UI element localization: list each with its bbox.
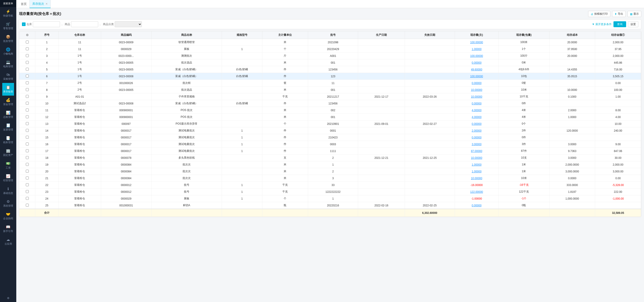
- row-checkbox[interactable]: [19, 73, 35, 80]
- sidebar-item-inventory[interactable]: 📋库存核查: [2, 83, 14, 96]
- row-checkbox[interactable]: [19, 155, 35, 161]
- row-checkbox[interactable]: [19, 182, 35, 189]
- display-button[interactable]: ▦ 显示: [628, 11, 641, 17]
- row-qty-main[interactable]: 4.00000: [455, 107, 498, 114]
- row-cost: 1.8197: [549, 189, 595, 195]
- checkbox-all[interactable]: ☉: [26, 34, 28, 37]
- row-unit: 米: [262, 39, 308, 46]
- row-checkbox[interactable]: [19, 175, 35, 182]
- row-checkbox[interactable]: [19, 87, 35, 93]
- sidebar-item-system[interactable]: ⚙系统管理: [2, 197, 14, 210]
- sidebar-item-purchase[interactable]: 🛍采购管理: [2, 70, 14, 83]
- row-qty-main[interactable]: 0.00000: [455, 80, 498, 87]
- filter-collapse-btn[interactable]: ›: [22, 23, 26, 26]
- row-checkbox[interactable]: [19, 114, 35, 120]
- row-qty-main[interactable]: 10.00000: [455, 155, 498, 161]
- row-qty-main[interactable]: 10.00000: [455, 87, 498, 93]
- row-qty-main[interactable]: 1.00000: [455, 46, 498, 53]
- row-checkbox[interactable]: [19, 66, 35, 73]
- row-qty-main[interactable]: 0.00000: [455, 120, 498, 127]
- col-header-6: 批号: [308, 31, 358, 39]
- sidebar-item-invoice[interactable]: 🧾发票管理: [2, 121, 14, 134]
- row-cost: 20.0000: [549, 39, 595, 46]
- sidebar-item-retail[interactable]: 🛒零售管理: [2, 20, 14, 32]
- row-checkbox[interactable]: [19, 80, 35, 87]
- expand-btn[interactable]: ▼ 展开更多条件: [592, 23, 612, 26]
- row-checkbox[interactable]: [19, 46, 35, 53]
- row-qty-main[interactable]: 2.00000: [455, 127, 498, 134]
- row-qty-main[interactable]: 1.00000: [455, 168, 498, 175]
- row-checkbox[interactable]: [19, 100, 35, 107]
- row-checkbox[interactable]: [19, 107, 35, 114]
- category-select[interactable]: [115, 21, 142, 27]
- row-qty-main[interactable]: 49.60000: [455, 66, 498, 73]
- print-button[interactable]: 🖨 按模板打印: [588, 11, 610, 17]
- row-qty-main[interactable]: -16.00000: [455, 182, 498, 189]
- row-checkbox[interactable]: [19, 148, 35, 155]
- row-qty-main[interactable]: 1.00000: [455, 161, 498, 168]
- row-qty-main[interactable]: -1.00000: [455, 195, 498, 202]
- sidebar: 搜索菜单 ⚡快捷导航🛒零售管理📦批发管理🌐小畅电商💻电商管理🛍采购管理📋库存核查…: [0, 0, 16, 302]
- row-qty-main[interactable]: 3.00000: [455, 141, 498, 148]
- sidebar-item-cloud[interactable]: ☁云应用: [2, 235, 14, 248]
- table-row: 13冒着粉仓000097POS显示库存异常个202109012021-09-01…: [19, 120, 641, 127]
- row-checkbox[interactable]: [19, 168, 35, 175]
- row-checkbox[interactable]: [19, 53, 35, 59]
- row-qty-main[interactable]: 10.00000: [455, 93, 498, 100]
- sidebar-item-small-ecom[interactable]: 🌐小畅电商: [2, 45, 14, 58]
- row-checkbox[interactable]: [19, 59, 35, 66]
- row-qty-main[interactable]: 0.00000: [455, 134, 498, 141]
- sidebar-logo[interactable]: 搜索菜单: [0, 0, 16, 7]
- sidebar-item-finance[interactable]: 💰资金管理: [2, 96, 14, 108]
- row-checkbox[interactable]: [19, 195, 35, 202]
- sidebar-item-quick-nav[interactable]: ⚡快捷导航: [2, 7, 14, 20]
- sidebar-item-guide[interactable]: 📖新手引导: [2, 222, 14, 235]
- row-qty-main[interactable]: 100.00000: [455, 39, 498, 46]
- sidebar-item-collab[interactable]: 🤝企业协同: [2, 210, 14, 222]
- row-qty-main[interactable]: 0.00000: [455, 59, 498, 66]
- warehouse-input[interactable]: [33, 21, 60, 27]
- set-button[interactable]: 设置: [628, 21, 638, 27]
- row-prod-date: [358, 127, 405, 134]
- row-batch: 20220429: [308, 46, 358, 53]
- row-checkbox[interactable]: [19, 189, 35, 195]
- row-unit: 米: [262, 107, 308, 114]
- row-checkbox[interactable]: [19, 141, 35, 148]
- row-qty-main[interactable]: 122.00000: [455, 189, 498, 195]
- row-qty-main[interactable]: 0.00000: [455, 100, 498, 107]
- tab-close-inventory-batch[interactable]: ✕: [46, 2, 48, 6]
- tab-inventory-batch[interactable]: 库存批次✕: [30, 0, 51, 8]
- row-checkbox[interactable]: [19, 39, 35, 46]
- search-button[interactable]: 查询: [614, 21, 626, 27]
- row-qty-main[interactable]: 87.00000: [455, 148, 498, 155]
- product-input[interactable]: [71, 21, 98, 27]
- row-cost: 14.4355: [549, 66, 595, 73]
- row-unit: 米: [262, 175, 308, 182]
- sidebar-item-ecom[interactable]: 💻电商管理: [2, 58, 14, 70]
- sidebar-icon-inventory: 📋: [3, 85, 13, 89]
- sidebar-item-assets[interactable]: 🏢固定资产: [2, 146, 14, 159]
- sidebar-item-payroll[interactable]: 💵工资: [2, 159, 14, 172]
- row-qty-main[interactable]: 10.00000: [455, 175, 498, 182]
- sidebar-item-business[interactable]: 📈经营管理: [2, 172, 14, 184]
- row-qty-pack: 0米: [498, 59, 550, 66]
- sidebar-item-general[interactable]: 📊总账管理: [2, 108, 14, 121]
- row-checkbox[interactable]: [19, 127, 35, 134]
- row-qty-main[interactable]: 0.00000: [455, 202, 498, 209]
- row-qty-main[interactable]: 4.00000: [455, 114, 498, 120]
- row-qty-main[interactable]: 100.00000: [455, 53, 498, 59]
- row-checkbox[interactable]: [19, 134, 35, 141]
- sidebar-item-wholesale[interactable]: 📦批发管理: [2, 32, 14, 45]
- row-checkbox[interactable]: [19, 202, 35, 209]
- warehouse-label: 仓库: [26, 23, 32, 26]
- row-checkbox[interactable]: [19, 93, 35, 100]
- row-checkbox[interactable]: [19, 161, 35, 168]
- row-exp-date: [405, 100, 455, 107]
- row-checkbox[interactable]: [19, 120, 35, 127]
- sidebar-item-tax[interactable]: 📑税务管理: [2, 134, 14, 146]
- tab-home[interactable]: 首页: [18, 0, 30, 8]
- row-qty-main[interactable]: 100.00000: [455, 73, 498, 80]
- sidebar-settings[interactable]: ⚙: [0, 294, 16, 302]
- export-button[interactable]: ⬆ 导出: [612, 11, 626, 17]
- sidebar-item-basic[interactable]: ℹ基础信息: [2, 184, 14, 197]
